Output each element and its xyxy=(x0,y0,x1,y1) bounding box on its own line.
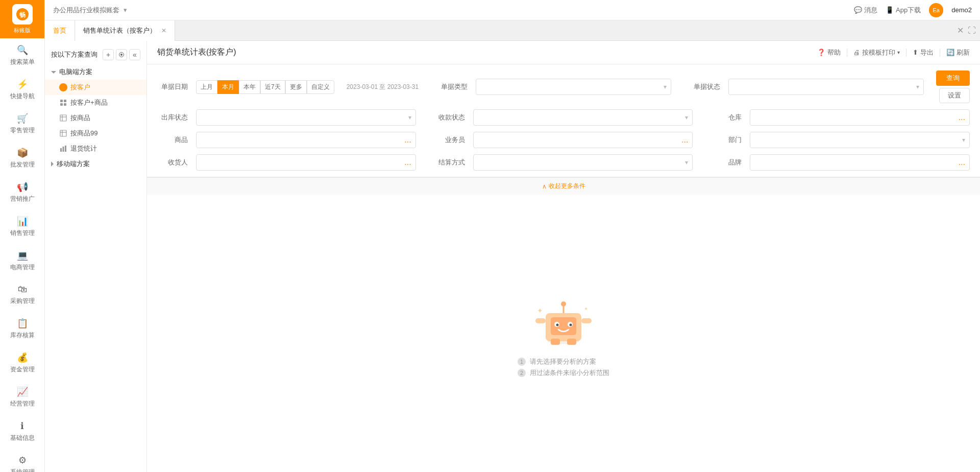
basic-info-nav-icon: ℹ xyxy=(20,420,24,432)
receiver-more-icon[interactable]: ... xyxy=(404,158,411,167)
help-button[interactable]: ❓ 帮助 xyxy=(817,48,841,57)
collapse-bar[interactable]: ∧ 收起更多条件 xyxy=(147,177,980,195)
sales-nav-icon: 📊 xyxy=(17,216,28,227)
brand-more-icon[interactable]: ... xyxy=(959,158,965,167)
help-icon: ❓ xyxy=(817,49,825,56)
scheme-add-button[interactable]: + xyxy=(103,49,114,60)
sidebar-item-label: 经营管理 xyxy=(10,399,35,408)
empty-state: ✦ ✦ 1 请先选择要分析的方案 2 用过滤条件来缩小分析范围 xyxy=(147,195,980,472)
svg-rect-27 xyxy=(581,318,592,323)
svg-rect-8 xyxy=(60,115,66,121)
settings-button[interactable]: 设置 xyxy=(939,88,970,103)
industry-dropdown-icon[interactable]: ▾ xyxy=(124,6,127,14)
department-chevron-icon: ▾ xyxy=(962,136,965,144)
sidebar-item-shortcuts[interactable]: ⚡ 快捷导航 xyxy=(0,73,44,107)
order-status-label: 单据状态 xyxy=(690,82,720,91)
main-area: 办公用品行业模拟账套 ▾ 💬 消息 📱 App下载 Ea demo2 首页 销售… xyxy=(45,0,980,472)
warehouse-label: 仓库 xyxy=(711,113,742,122)
scheme-item-table-icon xyxy=(59,114,67,122)
app-download-button[interactable]: 📱 App下载 xyxy=(886,6,921,15)
date-label: 单据日期 xyxy=(157,82,188,91)
date-btn-this-month[interactable]: 本月 xyxy=(217,80,239,94)
content-area: 销货单统计表(按客户) ❓ 帮助 🖨 按模板打印 ▾ ⬆ xyxy=(147,41,980,472)
empty-illustration: ✦ ✦ xyxy=(533,288,594,349)
payment-method-select[interactable]: ▾ xyxy=(473,154,693,171)
avatar[interactable]: Ea xyxy=(929,3,943,17)
sidebar-item-label: 搜索菜单 xyxy=(10,58,35,66)
logo-icon: 畅 xyxy=(12,4,33,25)
svg-rect-4 xyxy=(60,100,63,102)
goods-label: 商品 xyxy=(157,135,188,145)
date-btn-last-month[interactable]: 上月 xyxy=(196,80,217,94)
scheme-panel: 按以下方案查询 + « 电脑端方案 xyxy=(45,41,147,472)
tab-close-icon[interactable]: ✕ xyxy=(161,27,166,34)
sidebar-item-label: 零售管理 xyxy=(10,126,35,135)
warehouse-more-icon[interactable]: ... xyxy=(959,113,965,122)
receiver-label: 收货人 xyxy=(157,158,188,167)
payment-method-chevron-icon: ▾ xyxy=(685,159,688,166)
brand-input[interactable]: ... xyxy=(750,154,970,171)
order-type-select[interactable]: ▾ xyxy=(476,79,671,95)
print-button[interactable]: 🖨 按模板打印 ▾ xyxy=(853,48,900,57)
refresh-button[interactable]: 🔄 刷新 xyxy=(946,48,970,57)
collapse-icon: ∧ xyxy=(542,183,547,190)
maximize-icon[interactable]: ⛶ xyxy=(968,26,976,35)
divider-2 xyxy=(906,49,906,57)
date-btn-7days[interactable]: 近7天 xyxy=(260,80,285,94)
scheme-item-by-customer-goods[interactable]: 按客户+商品 xyxy=(45,95,146,110)
tab-sales-stats[interactable]: 销售单统计表（按客户） ✕ xyxy=(75,20,175,41)
sidebar-item-label: 采购管理 xyxy=(10,297,35,305)
empty-hints: 1 请先选择要分析的方案 2 用过滤条件来缩小分析范围 xyxy=(518,357,609,380)
inventory-nav-icon: 📋 xyxy=(17,318,28,329)
scheme-item-by-goods[interactable]: 按商品 xyxy=(45,110,146,126)
message-button[interactable]: 💬 消息 xyxy=(854,6,877,15)
goods-input[interactable]: ... xyxy=(196,132,416,148)
top-header: 办公用品行业模拟账套 ▾ 💬 消息 📱 App下载 Ea demo2 xyxy=(45,0,980,20)
date-btn-this-year[interactable]: 本年 xyxy=(239,80,260,94)
close-window-icon[interactable]: ✕ xyxy=(957,26,964,35)
order-type-label: 单据类型 xyxy=(437,82,468,91)
sidebar-item-retail[interactable]: 🛒 零售管理 xyxy=(0,107,44,141)
scheme-item-label: 按商品 xyxy=(70,113,90,123)
sidebar-item-label: 营销推广 xyxy=(10,195,35,203)
out-status-select[interactable]: ▾ xyxy=(196,109,416,126)
scheme-collapse-button[interactable]: « xyxy=(129,49,140,60)
sidebar-item-sales[interactable]: 📊 销售管理 xyxy=(0,209,44,244)
tab-home[interactable]: 首页 xyxy=(45,20,75,41)
svg-point-23 xyxy=(570,323,572,326)
order-status-select[interactable]: ▾ xyxy=(728,79,924,95)
salesman-input[interactable]: ... xyxy=(473,132,693,148)
scheme-item-by-customer[interactable]: 按客户 xyxy=(45,80,146,95)
scheme-group-mobile-header[interactable]: 移动端方案 xyxy=(45,156,146,172)
scheme-item-return-stats[interactable]: 退货统计 xyxy=(45,141,146,156)
scheme-settings-button[interactable] xyxy=(116,49,127,60)
payment-status-select[interactable]: ▾ xyxy=(473,109,693,126)
scheme-item-label: 退货统计 xyxy=(70,144,97,153)
export-button[interactable]: ⬆ 导出 xyxy=(913,48,934,57)
sidebar-item-finance[interactable]: 💰 资金管理 xyxy=(0,346,44,380)
sidebar-item-purchase[interactable]: 🛍 采购管理 xyxy=(0,278,44,312)
sidebar-item-management[interactable]: 📈 经营管理 xyxy=(0,380,44,414)
goods-more-icon[interactable]: ... xyxy=(404,135,411,145)
group-expand-icon xyxy=(51,71,56,74)
receiver-input[interactable]: ... xyxy=(196,154,416,171)
department-select[interactable]: ▾ xyxy=(750,132,970,148)
salesman-more-icon[interactable]: ... xyxy=(681,135,688,145)
sidebar-item-marketing[interactable]: 📢 营销推广 xyxy=(0,175,44,209)
sidebar-item-ecommerce[interactable]: 💻 电商管理 xyxy=(0,244,44,278)
scheme-group-desktop-header[interactable]: 电脑端方案 xyxy=(45,64,146,80)
warehouse-input[interactable]: ... xyxy=(750,109,970,126)
query-button[interactable]: 查询 xyxy=(936,70,970,86)
sidebar-item-system[interactable]: ⚙ 系统管理 xyxy=(0,449,44,472)
sidebar-item-basic-info[interactable]: ℹ 基础信息 xyxy=(0,414,44,449)
scheme-item-by-goods-99[interactable]: 按商品99 xyxy=(45,126,146,141)
sidebar-item-wholesale[interactable]: 📦 批发管理 xyxy=(0,141,44,175)
sidebar-item-inventory[interactable]: 📋 库存核算 xyxy=(0,312,44,346)
divider-3 xyxy=(940,49,940,57)
date-btn-custom[interactable]: 自定义 xyxy=(307,80,334,94)
date-btn-more[interactable]: 更多 xyxy=(285,80,307,94)
sidebar-item-label: 库存核算 xyxy=(10,331,35,340)
logo-area[interactable]: 畅 标账版 xyxy=(0,0,44,38)
sidebar-item-search[interactable]: 🔍 搜索菜单 xyxy=(0,38,44,73)
tab-sales-stats-label: 销售单统计表（按客户） xyxy=(83,26,156,35)
